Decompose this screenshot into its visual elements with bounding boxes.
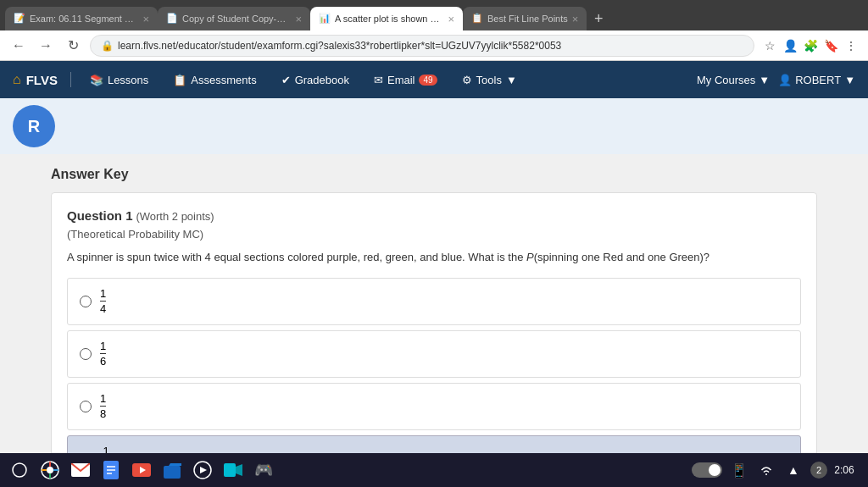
- tab-4-close[interactable]: ×: [572, 13, 579, 25]
- fraction-4: 1 16: [100, 445, 112, 453]
- taskbar-gmail[interactable]: [68, 457, 93, 483]
- gradebook-label: Gradebook: [295, 74, 349, 86]
- robert-dropdown-icon: ▼: [844, 74, 855, 86]
- radio-3[interactable]: [80, 401, 92, 412]
- taskbar-circle-count[interactable]: 2: [810, 462, 827, 479]
- taskbar-youtube[interactable]: [129, 457, 154, 483]
- tab-2[interactable]: 📄 Copy of Student Copy-Math Te... ×: [158, 7, 310, 30]
- assessments-icon: 📋: [173, 74, 186, 86]
- tab-3-close[interactable]: ×: [448, 13, 454, 25]
- app-nav: ⌂ FLVS 📚 Lessons 📋 Assessments ✔ Gradebo…: [0, 61, 868, 98]
- brand-name: FLVS: [26, 73, 58, 87]
- user-icon: 👤: [778, 74, 792, 86]
- main-content: Answer Key Question 1 (Worth 2 points) (…: [0, 154, 868, 453]
- nav-right: My Courses ▼ 👤 ROBERT ▼: [697, 74, 855, 86]
- question-1-header: Question 1 (Worth 2 points): [67, 208, 801, 223]
- tab-1[interactable]: 📝 Exam: 06.11 Segment Two Exa... ×: [5, 7, 158, 30]
- robert-label: ROBERT: [795, 74, 841, 86]
- nav-links: 📚 Lessons 📋 Assessments ✔ Gradebook ✉ Em…: [71, 69, 697, 91]
- url-input[interactable]: 🔒 learn.flvs.net/educator/student/examfo…: [90, 35, 754, 57]
- email-badge: 49: [419, 75, 437, 86]
- answer-option-3[interactable]: 1 8: [67, 383, 801, 430]
- brand-icon: ⌂: [13, 72, 21, 87]
- tab-4-title: Best Fit Line Points: [487, 14, 568, 24]
- lessons-icon: 📚: [90, 74, 103, 86]
- extensions-icon[interactable]: 🧩: [802, 37, 819, 54]
- fraction-3-den: 8: [100, 407, 106, 421]
- lock-icon: 🔒: [101, 40, 114, 52]
- my-courses-label: My Courses: [697, 74, 755, 86]
- answer-option-2[interactable]: 1 6: [67, 330, 801, 378]
- reload-button[interactable]: ↻: [63, 36, 83, 56]
- address-bar: ← → ↻ 🔒 learn.flvs.net/educator/student/…: [0, 30, 868, 61]
- fraction-2-num: 1: [100, 340, 106, 355]
- nav-lessons[interactable]: 📚 Lessons: [80, 69, 159, 91]
- nav-brand[interactable]: ⌂ FLVS: [13, 72, 71, 87]
- nav-email[interactable]: ✉ Email 49: [364, 69, 448, 91]
- new-tab-button[interactable]: +: [587, 7, 610, 30]
- nav-tools[interactable]: ⚙ Tools ▼: [452, 69, 527, 91]
- question-1-category: (Theoretical Probability MC): [67, 228, 801, 241]
- profile-icon[interactable]: 👤: [782, 37, 798, 54]
- taskbar-home[interactable]: [7, 457, 32, 483]
- back-button[interactable]: ←: [8, 36, 29, 56]
- taskbar-files[interactable]: [159, 457, 185, 483]
- tab-2-icon: 📄: [166, 13, 178, 25]
- tab-4[interactable]: 📋 Best Fit Line Points ×: [463, 7, 587, 30]
- profile-area: R: [0, 98, 868, 154]
- fraction-3: 1 8: [100, 392, 106, 421]
- question-1-text: A spinner is spun twice with 4 equal sec…: [67, 249, 801, 266]
- forward-button[interactable]: →: [36, 36, 56, 56]
- tab-1-close[interactable]: ×: [142, 13, 149, 25]
- nav-assessments[interactable]: 📋 Assessments: [163, 69, 266, 91]
- email-label: Email: [387, 74, 415, 86]
- browser-tab-bar: 📝 Exam: 06.11 Segment Two Exa... × 📄 Cop…: [0, 0, 868, 30]
- taskbar-phone[interactable]: 📱: [729, 460, 749, 480]
- address-actions: ☆ 👤 🧩 🔖 ⋮: [761, 37, 860, 54]
- menu-icon[interactable]: ⋮: [843, 37, 860, 54]
- gradebook-icon: ✔: [281, 74, 291, 86]
- bookmark-icon[interactable]: 🔖: [822, 37, 839, 54]
- taskbar-docs[interactable]: [98, 457, 124, 483]
- fraction-2: 1 6: [100, 340, 106, 368]
- fraction-1: 1 4: [100, 287, 106, 316]
- fraction-4-num: 1: [103, 445, 109, 453]
- my-courses-dropdown-icon: ▼: [759, 74, 770, 86]
- tab-3-icon: 📊: [319, 13, 331, 25]
- taskbar-battery: ▲: [783, 460, 804, 480]
- taskbar-toggle[interactable]: [692, 462, 722, 478]
- radio-1[interactable]: [80, 296, 92, 307]
- fraction-1-den: 4: [100, 302, 106, 316]
- fraction-3-num: 1: [100, 392, 106, 407]
- lessons-label: Lessons: [108, 74, 148, 86]
- email-icon: ✉: [374, 74, 383, 86]
- svg-rect-14: [164, 466, 181, 479]
- taskbar-meet[interactable]: [220, 457, 246, 483]
- tab-3[interactable]: 📊 A scatter plot is shown on the c... ×: [310, 7, 463, 30]
- tools-label: Tools: [476, 74, 502, 86]
- fraction-1-num: 1: [100, 287, 106, 302]
- star-icon[interactable]: ☆: [761, 37, 778, 54]
- taskbar-wifi[interactable]: [756, 460, 776, 480]
- svg-rect-17: [224, 463, 236, 477]
- taskbar-right: 📱 ▲ 2 2:06: [685, 460, 861, 480]
- taskbar: 🎮 📱 ▲ 2 2:06: [0, 453, 868, 487]
- my-courses-link[interactable]: My Courses ▼: [697, 74, 770, 86]
- robert-link[interactable]: 👤 ROBERT ▼: [778, 74, 855, 86]
- nav-gradebook[interactable]: ✔ Gradebook: [271, 69, 359, 91]
- assessments-label: Assessments: [191, 74, 256, 86]
- taskbar-game[interactable]: 🎮: [251, 457, 276, 483]
- tools-dropdown-icon: ▼: [506, 74, 517, 86]
- radio-2[interactable]: [80, 348, 92, 360]
- tab-4-icon: 📋: [471, 13, 483, 25]
- taskbar-play[interactable]: [190, 457, 215, 483]
- taskbar-time: 2:06: [834, 460, 854, 480]
- tab-2-close[interactable]: ×: [295, 13, 302, 25]
- question-1-label: Question 1: [67, 208, 133, 223]
- tab-1-icon: 📝: [14, 13, 25, 25]
- taskbar-chrome[interactable]: [37, 457, 63, 483]
- answer-option-4[interactable]: 1 16: [67, 435, 801, 453]
- answer-option-1[interactable]: 1 4: [67, 278, 801, 325]
- answer-key-title: Answer Key: [51, 167, 817, 182]
- tab-3-title: A scatter plot is shown on the c...: [335, 14, 443, 24]
